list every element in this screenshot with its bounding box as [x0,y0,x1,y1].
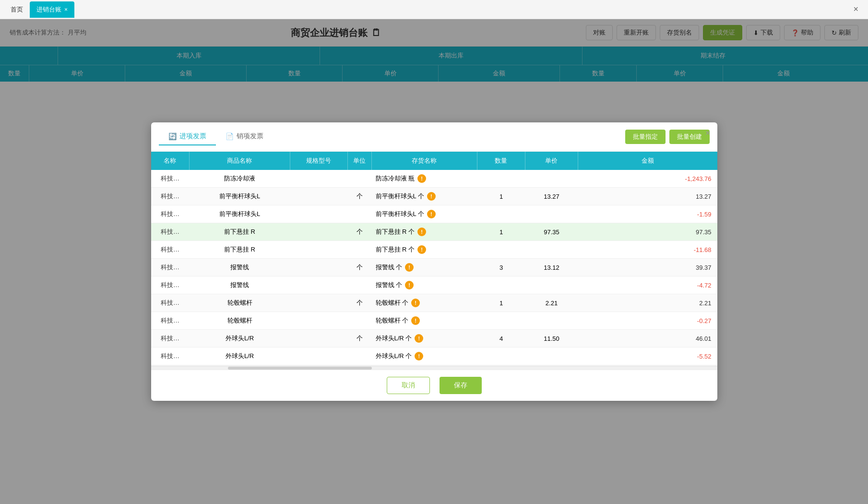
scrollbar-thumb[interactable] [228,367,372,370]
modal-overlay: 🔄 进项发票 📄 销项发票 批量指定 批量创建 × 名称 [0,19,868,504]
th-spec: 规格型号 [290,152,348,170]
cell-name: 科技… [151,294,190,312]
cell-name: 科技… [151,330,190,347]
modal-dialog: 🔄 进项发票 📄 销项发票 批量指定 批量创建 × 名称 [151,122,717,401]
cell-spec [290,281,348,289]
cell-unit: 个 [348,223,372,240]
modal-header-actions: 批量指定 批量创建 [625,130,710,144]
modal-close-button[interactable]: × [705,128,711,138]
cell-unit: 个 [348,259,372,276]
cell-stock: 轮毂螺杆 个 ! [372,312,477,329]
warning-icon: ! [415,352,423,360]
cell-stock: 报警线 个 ! [372,259,477,276]
tab-active[interactable]: 进销台账 × [30,1,74,18]
cell-unit [348,174,372,183]
cell-name: 科技… [151,205,190,223]
cell-goods: 防冻冷却液 [190,170,290,187]
cell-stock: 外球头L/R 个 ! [372,348,477,365]
cell-qty [477,352,525,360]
cell-qty [477,281,525,289]
stock-name: 轮毂螺杆 个 [376,299,409,307]
warning-icon: ! [411,299,420,307]
tab-active-label: 进销台账 [36,5,61,14]
tab-outbound-invoice[interactable]: 📄 销项发票 [216,128,273,145]
cell-spec [290,299,348,307]
th-amount: 金额 [578,152,717,170]
cell-stock: 轮毂螺杆 个 ! [372,294,477,312]
modal-table-header: 名称 商品名称 规格型号 单位 存货名称 数量 单价 金额 [151,152,717,170]
cell-amount: -1,243.76 [578,171,717,187]
warning-icon: ! [415,334,423,343]
warning-icon: ! [417,245,426,254]
warning-icon: ! [405,281,414,289]
cell-goods: 轮毂螺杆 [190,294,290,312]
table-row[interactable]: 科技… 防冻冷却液 防冻冷却液 瓶 ! -1,243.76 [151,170,717,188]
inbound-tab-label: 进项发票 [179,132,206,141]
cell-unit [348,316,372,325]
cell-goods: 前下悬挂 R [190,223,290,240]
tab-close-icon[interactable]: × [64,6,68,13]
modal-tabs: 🔄 进项发票 📄 销项发票 [159,128,273,145]
cell-stock: 前下悬挂 R 个 ! [372,241,477,258]
cell-qty: 3 [477,260,525,276]
th-goods: 商品名称 [190,152,290,170]
cell-price: 2.21 [525,295,578,311]
cell-goods: 报警线 [190,259,290,276]
stock-name: 前下悬挂 R 个 [376,228,415,236]
cell-name: 科技… [151,188,190,205]
table-row[interactable]: 科技… 报警线 个 报警线 个 ! 3 13.12 39.37 [151,259,717,276]
table-row[interactable]: 科技… 轮毂螺杆 轮毂螺杆 个 ! -0.27 [151,312,717,330]
cell-price [525,316,578,325]
cell-price: 13.27 [525,189,578,204]
th-unit: 单位 [348,152,372,170]
save-button[interactable]: 保存 [440,377,482,394]
stock-name: 报警线 个 [376,263,403,272]
cell-price [525,281,578,289]
table-row[interactable]: 科技… 轮毂螺杆 个 轮毂螺杆 个 ! 1 2.21 2.21 [151,294,717,312]
cell-amount: -11.68 [578,242,717,258]
cell-unit [348,245,372,254]
cell-stock: 外球头L/R 个 ! [372,330,477,347]
table-row[interactable]: 科技… 前下悬挂 R 个 前下悬挂 R 个 ! 1 97.35 97.35 [151,223,717,241]
cell-spec [290,192,348,201]
cell-unit [348,352,372,360]
cell-unit: 个 [348,294,372,312]
cell-stock: 前平衡杆球头L 个 ! [372,188,477,205]
cell-qty: 4 [477,331,525,347]
tab-inbound-invoice[interactable]: 🔄 进项发票 [159,128,216,145]
cell-price [525,352,578,360]
cell-amount: 46.01 [578,331,717,347]
table-row[interactable]: 科技… 前平衡杆球头L 前平衡杆球头L 个 ! -1.59 [151,205,717,223]
stock-name: 前平衡杆球头L 个 [376,192,424,201]
tab-home[interactable]: 首页 [4,1,30,18]
table-row[interactable]: 科技… 前下悬挂 R 前下悬挂 R 个 ! -11.68 [151,241,717,259]
cell-qty [477,210,525,218]
modal-footer: 取消 保存 [151,370,717,401]
top-bar: 首页 进销台账 × × [0,0,868,19]
cell-qty: 1 [477,295,525,311]
inbound-tab-icon: 🔄 [168,132,177,140]
scrollbar[interactable] [151,366,717,370]
cell-goods: 报警线 [190,276,290,294]
table-row[interactable]: 科技… 外球头L/R 外球头L/R 个 ! -5.52 [151,348,717,365]
cell-unit [348,281,372,289]
cell-price [525,245,578,254]
cell-amount: 97.35 [578,224,717,240]
cancel-button[interactable]: 取消 [387,377,430,394]
stock-name: 防冻冷却液 瓶 [376,174,415,183]
outbound-tab-icon: 📄 [226,132,234,140]
window-close-button[interactable]: × [847,4,864,14]
cell-spec [290,263,348,272]
cell-spec [290,245,348,254]
cell-stock: 防冻冷却液 瓶 ! [372,170,477,187]
table-row[interactable]: 科技… 前平衡杆球头L 个 前平衡杆球头L 个 ! 1 13.27 13.27 [151,188,717,205]
cell-amount: 2.21 [578,295,717,311]
table-row[interactable]: 科技… 外球头L/R 个 外球头L/R 个 ! 4 11.50 46.01 [151,330,717,348]
batch-assign-button[interactable]: 批量指定 [625,130,666,144]
batch-create-button[interactable]: 批量创建 [669,130,710,144]
cell-amount: -5.52 [578,348,717,364]
cell-stock: 报警线 个 ! [372,276,477,294]
cell-name: 科技… [151,170,190,187]
table-row[interactable]: 科技… 报警线 报警线 个 ! -4.72 [151,276,717,294]
cell-spec [290,334,348,343]
